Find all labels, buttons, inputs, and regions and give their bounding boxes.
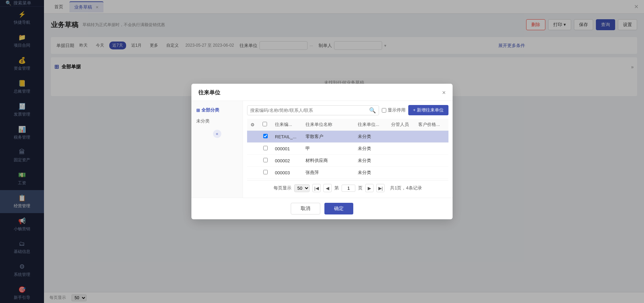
first-page-btn[interactable]: |◀ [312, 184, 321, 192]
total-label: 共1页，4条记录 [390, 185, 422, 191]
th-settings: ⚙ [247, 119, 259, 131]
table-row[interactable]: RETAIL_... 零散客户 未分类 [247, 131, 448, 143]
row-code: RETAIL_... [271, 131, 302, 143]
left-panel: ⊞ 全部分类 未分类 « [191, 101, 243, 198]
prev-page-btn[interactable]: ◀ [323, 184, 332, 192]
table-body: RETAIL_... 零散客户 未分类 000001 甲 [247, 131, 448, 179]
th-person: 分管人员 [388, 119, 415, 131]
row-settings [247, 131, 259, 143]
right-toolbar: 🔍 显示停用 + 新增往来单位 [247, 105, 448, 115]
show-disabled-wrap: 显示停用 [382, 107, 406, 113]
row-category: 未分类 [354, 131, 388, 143]
search-input-wrap: 🔍 [247, 105, 379, 115]
row-name: 材料供应商 [302, 155, 354, 167]
page-label: 第 [334, 185, 339, 191]
dialog-close-button[interactable]: × [442, 89, 446, 96]
row-person [388, 155, 415, 167]
th-code: 往来编... [271, 119, 302, 131]
confirm-button[interactable]: 确定 [324, 203, 353, 214]
table-row[interactable]: 000001 甲 未分类 [247, 143, 448, 155]
row-person [388, 131, 415, 143]
row-price [415, 167, 448, 179]
show-disabled-label: 显示停用 [388, 107, 406, 113]
dialog-header: 往来单位 × [191, 84, 453, 101]
cancel-button[interactable]: 取消 [291, 203, 320, 214]
next-page-btn[interactable]: ▶ [365, 184, 374, 192]
per-page-select[interactable]: 50 [294, 184, 310, 192]
row-code: 000002 [271, 155, 302, 167]
row-category: 未分类 [354, 167, 388, 179]
right-panel: 🔍 显示停用 + 新增往来单位 ⚙ [243, 101, 453, 198]
show-disabled-checkbox[interactable] [382, 108, 386, 113]
table-row[interactable]: 000003 张燕萍 未分类 [247, 167, 448, 179]
row-price [415, 143, 448, 155]
table-row[interactable]: 000002 材料供应商 未分类 [247, 155, 448, 167]
row-code: 000001 [271, 143, 302, 155]
th-check [259, 119, 271, 131]
select-all-checkbox[interactable] [263, 122, 267, 126]
row-person [388, 143, 415, 155]
dialog-title: 往来单位 [198, 89, 220, 96]
search-icon: 🔍 [369, 107, 376, 114]
page-suffix: 页 [358, 185, 363, 191]
partner-table: ⚙ 往来编... 往来单位名称 往来单位... 分管人员 客户价格... [247, 119, 448, 179]
row-check[interactable] [259, 143, 271, 155]
grid-icon: ⊞ [196, 108, 200, 113]
row-price [415, 155, 448, 167]
row-category: 未分类 [354, 143, 388, 155]
per-page-label: 每页显示 [274, 185, 291, 191]
table-head: ⚙ 往来编... 往来单位名称 往来单位... 分管人员 客户价格... [247, 119, 448, 131]
th-price: 客户价格... [415, 119, 448, 131]
panel-title: ⊞ 全部分类 [191, 105, 243, 115]
panel-collapse-btn[interactable]: « [213, 130, 221, 138]
row-check[interactable] [259, 155, 271, 167]
search-input[interactable] [250, 108, 368, 113]
row-price [415, 131, 448, 143]
dialog-body: ⊞ 全部分类 未分类 « 🔍 显示停用 [191, 101, 453, 198]
dialog-footer: 取消 确定 [191, 198, 453, 219]
th-name: 往来单位名称 [302, 119, 354, 131]
row-category: 未分类 [354, 155, 388, 167]
pagination: 每页显示 50 |◀ ◀ 第 页 ▶ ▶| 共1页，4条记录 [247, 180, 448, 194]
row-name: 张燕萍 [302, 167, 354, 179]
th-category: 往来单位... [354, 119, 388, 131]
row-settings [247, 155, 259, 167]
panel-item-unclassified[interactable]: 未分类 [191, 115, 243, 127]
add-partner-button[interactable]: + 新增往来单位 [408, 105, 448, 115]
row-code: 000003 [271, 167, 302, 179]
row-name: 甲 [302, 143, 354, 155]
row-settings [247, 167, 259, 179]
row-check[interactable] [259, 167, 271, 179]
partner-dialog: 往来单位 × ⊞ 全部分类 未分类 « 🔍 [191, 84, 453, 219]
dialog-overlay: 往来单位 × ⊞ 全部分类 未分类 « 🔍 [0, 0, 644, 303]
row-settings [247, 143, 259, 155]
last-page-btn[interactable]: ▶| [376, 184, 385, 192]
table-scroll: ⚙ 往来编... 往来单位名称 往来单位... 分管人员 客户价格... [247, 119, 448, 179]
row-person [388, 167, 415, 179]
page-input[interactable] [342, 185, 355, 192]
row-check[interactable] [259, 131, 271, 143]
row-name: 零散客户 [302, 131, 354, 143]
